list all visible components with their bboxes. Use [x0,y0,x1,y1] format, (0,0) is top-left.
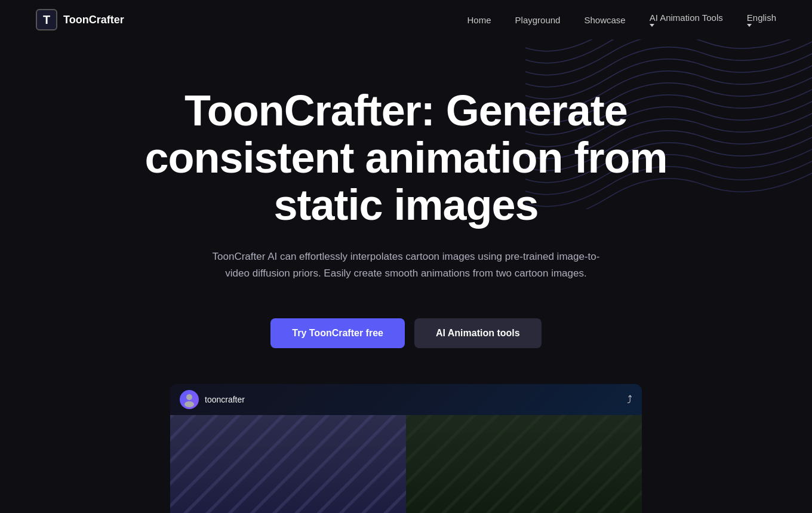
nav-home-link[interactable]: Home [467,15,491,25]
nav-ai-tools-label[interactable]: AI Animation Tools [650,13,723,23]
video-right-panel [406,415,642,513]
nav-item-home[interactable]: Home [467,15,491,25]
share-icon[interactable]: ⤴ [627,394,632,406]
video-body [170,415,642,513]
nav-language-label[interactable]: English [747,13,776,23]
hero-section: ToonCrafter: Generate consistent animati… [0,39,812,513]
ai-tools-chevron-icon [650,24,654,27]
language-chevron-icon [747,24,752,27]
nav-showcase-link[interactable]: Showcase [584,15,625,25]
video-preview: tooncrafter ⤴ [170,384,642,513]
channel-avatar [180,390,199,409]
navbar: T ToonCrafter Home Playground Showcase A… [0,0,812,39]
cta-primary-button[interactable]: Try ToonCrafter free [270,318,405,348]
nav-item-language[interactable]: English [747,13,776,27]
nav-item-showcase[interactable]: Showcase [584,15,625,25]
svg-rect-5 [406,415,642,513]
channel-name: tooncrafter [205,395,245,404]
nav-playground-link[interactable]: Playground [515,15,561,25]
nav-item-ai-tools[interactable]: AI Animation Tools [650,13,723,27]
svg-point-1 [184,401,194,407]
logo-link[interactable]: T ToonCrafter [36,9,124,30]
nav-item-playground[interactable]: Playground [515,15,561,25]
cta-buttons: Try ToonCrafter free AI Animation tools [270,318,541,348]
hero-title: ToonCrafter: Generate consistent animati… [137,87,675,229]
logo-icon: T [36,9,57,30]
cta-secondary-button[interactable]: AI Animation tools [414,318,542,348]
nav-links: Home Playground Showcase AI Animation To… [467,13,776,27]
brand-name: ToonCrafter [63,14,124,26]
svg-rect-3 [170,415,406,513]
video-left-panel [170,415,406,513]
video-header: tooncrafter ⤴ [170,384,642,415]
svg-point-0 [186,394,192,400]
hero-subtitle: ToonCrafter AI can effortlessly interpol… [203,248,609,283]
